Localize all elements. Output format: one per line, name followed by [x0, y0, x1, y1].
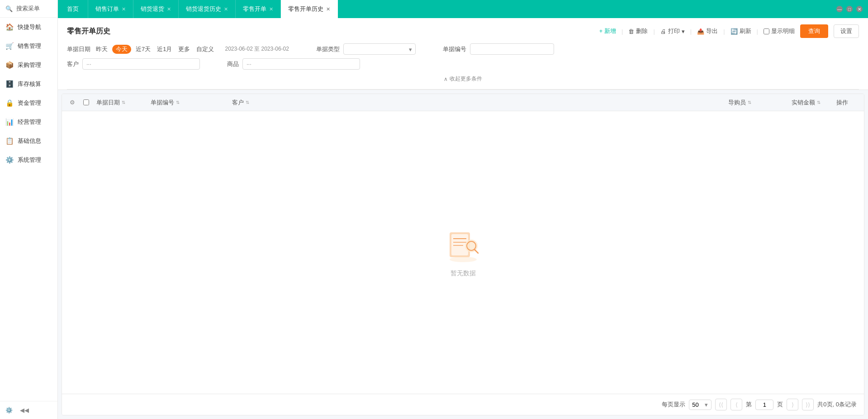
goods-label: 商品 — [227, 60, 239, 68]
main-area: 首页 销售订单 ✕ 销货退货 ✕ 销货退货历史 ✕ 零售开单 ✕ 零售开单历史 … — [58, 0, 868, 419]
sidebar-item-basic-info[interactable]: 📋 基础信息 — [0, 132, 57, 151]
close-button[interactable]: ✕ — [856, 6, 863, 12]
sidebar-item-quick-nav[interactable]: 🏠 快捷导航 — [0, 18, 57, 37]
next-page-btn[interactable]: ⟩ — [787, 399, 798, 410]
close-icon[interactable]: ✕ — [326, 6, 330, 12]
sidebar-item-label: 销售管理 — [18, 42, 41, 50]
custom-btn[interactable]: 自定义 — [194, 45, 216, 54]
goods-field: 商品 ··· — [227, 58, 360, 70]
th-guide-label: 导购员 — [728, 99, 746, 107]
prev-page-btn[interactable]: ⟨ — [730, 399, 742, 410]
page-label-pre: 第 — [746, 400, 752, 409]
print-button[interactable]: 🖨 打印 ▾ — [660, 27, 685, 35]
export-button[interactable]: 📤 导出 — [697, 27, 718, 35]
date-shortcuts: 昨天 今天 近7天 近1月 更多 自定义 — [94, 45, 216, 54]
setting-button[interactable]: 设置 — [834, 24, 859, 38]
tab-home-label: 首页 — [67, 5, 79, 13]
minimize-button[interactable]: — — [836, 6, 843, 12]
tab-sales-order[interactable]: 销售订单 ✕ — [88, 0, 133, 18]
tab-retail-open[interactable]: 零售开单 ✕ — [236, 0, 281, 18]
th-bill-no-label: 单据编号 — [151, 99, 174, 107]
package-icon: 📦 — [5, 61, 14, 69]
th-amount-label: 实销金额 — [792, 99, 815, 107]
page-size-select[interactable]: 50 10 20 100 — [689, 400, 711, 410]
collapse-filter-btn[interactable]: ∧ 收起更多条件 — [67, 73, 859, 85]
shopping-cart-icon: 🛒 — [5, 42, 14, 50]
tab-sales-return-history[interactable]: 销货退货历史 ✕ — [179, 0, 236, 18]
query-button[interactable]: 查询 — [800, 24, 828, 38]
close-icon[interactable]: ✕ — [167, 6, 171, 12]
refresh-icon: 🔄 — [730, 28, 738, 35]
last-page-btn[interactable]: ⟩⟩ — [802, 399, 814, 410]
svg-line-8 — [474, 250, 478, 253]
refresh-button[interactable]: 🔄 刷新 — [730, 27, 751, 35]
customer-input[interactable]: ··· — [82, 58, 200, 70]
gear-icon[interactable]: ⚙️ — [5, 407, 13, 414]
tab-label: 销货退货历史 — [186, 5, 221, 13]
page-title: 零售开单历史 — [67, 27, 110, 36]
date-filter-field: 单据日期 昨天 今天 近7天 近1月 更多 自定义 — [67, 45, 216, 54]
bill-no-field: 单据编号 — [443, 43, 554, 55]
toolbar: + 新增 | 🗑 删除 | 🖨 打印 ▾ | 📤 导出 — [599, 24, 859, 38]
date-range: 2023-06-02 至 2023-06-02 — [225, 45, 289, 53]
page-header: 零售开单历史 + 新增 | 🗑 删除 | 🖨 打印 ▾ | — [58, 18, 868, 90]
add-button[interactable]: + 新增 — [599, 27, 616, 35]
tab-bar: 首页 销售订单 ✕ 销货退货 ✕ 销货退货历史 ✕ 零售开单 ✕ 零售开单历史 … — [58, 0, 868, 18]
page-size-wrapper: 50 10 20 100 — [689, 400, 711, 410]
bill-type-label: 单据类型 — [316, 45, 340, 53]
close-icon[interactable]: ✕ — [122, 6, 126, 12]
display-detail-input[interactable] — [764, 28, 769, 34]
last-month-btn[interactable]: 近1月 — [155, 45, 174, 54]
tab-label: 零售开单历史 — [288, 5, 323, 13]
delete-button[interactable]: 🗑 删除 — [628, 27, 648, 35]
last7-btn[interactable]: 近7天 — [134, 45, 152, 54]
th-gear[interactable]: ⚙ — [66, 99, 79, 106]
home-icon: 🏠 — [5, 23, 14, 31]
collapse-up-icon: ∧ — [444, 76, 448, 82]
sidebar-item-sys-mgmt[interactable]: ⚙️ 系统管理 — [0, 151, 57, 169]
close-icon[interactable]: ✕ — [269, 6, 273, 12]
sidebar-item-purchase-mgmt[interactable]: 📦 采购管理 — [0, 56, 57, 75]
display-detail-checkbox[interactable]: 显示明细 — [764, 27, 795, 35]
select-all-checkbox[interactable] — [83, 99, 89, 105]
filter-row-1: 单据日期 昨天 今天 近7天 近1月 更多 自定义 2023-06-02 至 2… — [67, 43, 859, 55]
th-amount[interactable]: 实销金额 ⇅ — [779, 99, 824, 107]
th-guide[interactable]: 导购员 ⇅ — [725, 99, 779, 107]
sidebar-item-label: 快捷导航 — [18, 23, 41, 31]
settings-icon: ⚙️ — [5, 156, 14, 164]
sidebar-search[interactable]: 🔍 搜索采单 — [0, 0, 57, 18]
th-customer[interactable]: 客户 ⇅ — [228, 99, 725, 107]
bill-type-select[interactable] — [343, 43, 416, 55]
th-checkbox[interactable] — [79, 99, 93, 105]
sidebar-item-label: 库存核算 — [18, 80, 41, 88]
close-icon[interactable]: ✕ — [224, 6, 228, 12]
th-bill-no[interactable]: 单据编号 ⇅ — [147, 99, 228, 107]
sidebar-item-inventory[interactable]: 🗄️ 库存核算 — [0, 75, 57, 94]
maximize-button[interactable]: □ — [846, 6, 853, 12]
first-page-btn[interactable]: ⟨⟨ — [715, 399, 727, 410]
yesterday-btn[interactable]: 昨天 — [94, 45, 109, 54]
sidebar-item-sales-mgmt[interactable]: 🛒 销售管理 — [0, 37, 57, 56]
bill-no-label: 单据编号 — [443, 45, 466, 53]
tab-home[interactable]: 首页 — [58, 0, 88, 18]
empty-text: 暂无数据 — [451, 269, 476, 278]
tab-sales-return[interactable]: 销货退货 ✕ — [133, 0, 179, 18]
th-customer-label: 客户 — [232, 99, 244, 107]
chart-icon: 📊 — [5, 118, 14, 126]
goods-input[interactable]: ··· — [242, 58, 360, 70]
bill-type-select-wrapper — [343, 43, 416, 55]
page-input[interactable]: 1 — [755, 400, 773, 410]
pagination: 每页显示 50 10 20 100 ⟨⟨ ⟨ 第 1 页 ⟩ ⟩⟩ 共0页, 0… — [62, 394, 864, 415]
sidebar-bottom: ⚙️ ◀◀ — [0, 401, 57, 419]
sidebar-item-ops-mgmt[interactable]: 📊 经营管理 — [0, 113, 57, 132]
sort-icon: ⇅ — [122, 100, 125, 105]
sort-icon: ⇅ — [817, 100, 821, 105]
th-date[interactable]: 单据日期 ⇅ — [93, 99, 147, 107]
sidebar-item-finance[interactable]: 🔒 资金管理 — [0, 94, 57, 113]
more-btn[interactable]: 更多 — [176, 45, 192, 54]
today-btn[interactable]: 今天 — [112, 45, 131, 54]
collapse-sidebar-icon[interactable]: ◀◀ — [20, 407, 29, 414]
tab-label: 销货退货 — [141, 5, 164, 13]
tab-retail-open-history[interactable]: 零售开单历史 ✕ — [281, 0, 338, 18]
bill-no-input[interactable] — [470, 43, 554, 55]
